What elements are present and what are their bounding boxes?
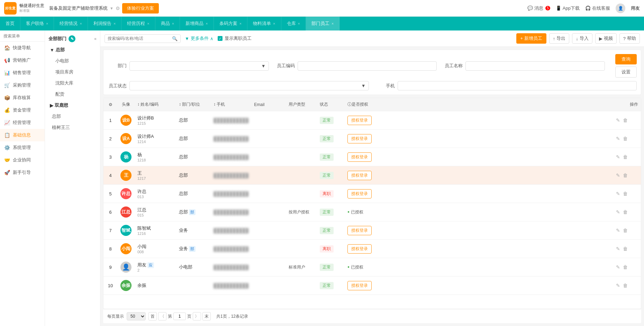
sidebar-item-purchase[interactable]: 🛒 采购管理	[0, 79, 45, 91]
delete-icon[interactable]: 🗑	[623, 136, 628, 141]
add-employee-button[interactable]: + 新增员工	[516, 33, 546, 44]
auth-button[interactable]: 授权登录	[347, 171, 372, 180]
delete-icon[interactable]: 🗑	[623, 173, 628, 178]
tab-customer[interactable]: 客户联络 ×	[20, 17, 54, 30]
tab-home[interactable]: 首页	[0, 17, 20, 30]
tab-business[interactable]: 经营情况 ×	[54, 17, 88, 30]
filter-emp-status-select[interactable]: ▼	[129, 81, 369, 90]
page-number-input[interactable]	[173, 312, 186, 320]
edit-icon[interactable]: ✎	[616, 209, 620, 215]
filter-emp-name-input[interactable]	[465, 61, 605, 71]
tab-warehouse[interactable]: 仓库 ×	[281, 17, 306, 30]
delete-icon[interactable]: 🗑	[623, 191, 628, 196]
edit-icon[interactable]: ✎	[616, 154, 620, 160]
delete-icon[interactable]: 🗑	[623, 209, 628, 215]
sidebar-item-sales[interactable]: 📊 销售管理	[0, 67, 45, 79]
tab-close-icon[interactable]: ×	[206, 21, 208, 26]
import-button[interactable]: ↓ 导入	[572, 33, 592, 44]
edit-icon[interactable]: ✎	[616, 228, 620, 233]
show-resigned-toggle[interactable]: ✓ 显示离职员工	[218, 35, 252, 42]
filter-dept-select[interactable]: ▼	[129, 61, 269, 71]
tab-barcode[interactable]: 条码方案 ×	[214, 17, 247, 30]
auth-button[interactable]: 授权登录	[347, 134, 372, 143]
delete-icon[interactable]: 🗑	[623, 117, 628, 123]
delete-icon[interactable]: 🗑	[623, 264, 628, 270]
dept-item-shenyang[interactable]: 沈阳大库	[45, 78, 100, 89]
edit-icon[interactable]: ✎	[616, 246, 620, 252]
system-title-dropdown-icon[interactable]: ▼	[110, 6, 114, 10]
edit-icon[interactable]: ✎	[616, 264, 620, 270]
delete-icon[interactable]: 🗑	[623, 246, 628, 252]
dept-collapse-icon[interactable]: «	[94, 36, 97, 41]
auth-button[interactable]: 授权登录	[347, 226, 372, 235]
dept-group-shuanglu[interactable]: ▶ 双鹿想	[45, 100, 100, 111]
sidebar-item-inventory[interactable]: 📦 库存核算	[0, 91, 45, 104]
auth-button[interactable]: 授权登录	[347, 152, 372, 162]
sidebar-item-collab[interactable]: 🤝 企业协同	[0, 154, 45, 166]
app-download-item[interactable]: 📱 App下载	[556, 5, 580, 11]
tab-add-product[interactable]: 新增商品 ×	[180, 17, 214, 30]
tab-bom[interactable]: 物料清单 ×	[247, 17, 281, 30]
delete-icon[interactable]: 🗑	[623, 283, 628, 288]
sidebar-item-system[interactable]: ⚙️ 系统管理	[0, 141, 45, 154]
filter-phone-input[interactable]	[398, 81, 637, 90]
sidebar-item-basic-info[interactable]: 📋 基础信息	[0, 129, 45, 141]
last-page-btn[interactable]: 末	[202, 312, 211, 320]
dept-item-xiaodian[interactable]: 小电部	[45, 55, 100, 67]
dept-item-zhishu[interactable]: 植树王三	[45, 122, 100, 133]
edit-icon[interactable]: ✎	[616, 117, 620, 123]
tab-close-icon[interactable]: ×	[46, 21, 48, 26]
delete-icon[interactable]: 🗑	[623, 154, 628, 160]
edit-icon[interactable]: ✎	[616, 173, 620, 178]
auth-button[interactable]: 授权登录	[347, 281, 372, 290]
col-phone-header[interactable]: ↕ 手机	[211, 98, 251, 111]
settings-button[interactable]: 设置	[615, 67, 637, 78]
col-name-header[interactable]: ↕ 姓名/编码	[135, 98, 176, 111]
sidebar-item-operation[interactable]: 📈 经营管理	[0, 116, 45, 129]
dept-item-project[interactable]: 项目库房	[45, 67, 100, 78]
video-button[interactable]: ▶ 视频	[595, 33, 617, 44]
help-button[interactable]: ? 帮助	[619, 33, 640, 44]
query-button[interactable]: 查询	[615, 54, 637, 64]
user-avatar[interactable]: 👤	[616, 3, 625, 13]
tab-close-icon[interactable]: ×	[80, 21, 82, 26]
sidebar-item-guide[interactable]: 🚀 新手引导	[0, 166, 45, 179]
dept-group-zongbu[interactable]: ▼ 总部	[45, 44, 100, 55]
tab-history[interactable]: 经营历程 ×	[121, 17, 155, 30]
edit-icon[interactable]: ✎	[616, 283, 620, 288]
sidebar-item-marketing[interactable]: 📢 营销推广	[0, 54, 45, 67]
show-resigned-checkbox[interactable]: ✓	[218, 36, 223, 41]
sidebar-item-finance[interactable]: 💰 资金管理	[0, 104, 45, 116]
edit-icon[interactable]: ✎	[616, 191, 620, 196]
col-settings[interactable]: ⚙	[103, 98, 117, 111]
auth-button[interactable]: 授权登录	[347, 244, 372, 254]
dept-item-peihuo[interactable]: 配货	[45, 89, 100, 100]
sidebar-search-input[interactable]	[3, 34, 45, 38]
edit-icon[interactable]: ✎	[616, 136, 620, 141]
search-input[interactable]	[108, 36, 170, 41]
tab-close-icon[interactable]: ×	[172, 21, 174, 26]
tab-dept-employee[interactable]: 部门员工 ×	[306, 17, 339, 30]
tab-product[interactable]: 商品 ×	[155, 17, 180, 30]
auth-button[interactable]: 授权登录	[347, 189, 372, 199]
trial-button[interactable]: 体验行业方案	[122, 3, 159, 14]
page-size-select[interactable]: 50 20 100	[127, 312, 146, 320]
export-button[interactable]: ↑ 导出	[549, 33, 570, 44]
tab-close-active-icon[interactable]: ×	[332, 21, 334, 26]
auth-button[interactable]: 授权登录	[347, 116, 372, 125]
dept-item-zongbu[interactable]: 总部	[45, 111, 100, 122]
online-service-item[interactable]: 🎧 在线客服	[585, 5, 610, 11]
filter-emp-code-input[interactable]	[298, 61, 437, 71]
next-page-btn[interactable]: 〉	[193, 312, 201, 320]
tab-close-icon[interactable]: ×	[239, 21, 242, 26]
first-page-btn[interactable]: 首	[148, 312, 157, 320]
tab-close-icon[interactable]: ×	[114, 21, 116, 26]
tab-close-icon[interactable]: ×	[298, 21, 300, 26]
delete-icon[interactable]: 🗑	[623, 228, 628, 233]
tab-close-icon[interactable]: ×	[147, 21, 149, 26]
tab-close-icon[interactable]: ×	[273, 21, 275, 26]
message-item[interactable]: 💬 消息 5	[527, 5, 550, 11]
prev-page-btn[interactable]: 〈	[158, 312, 166, 320]
tab-profit[interactable]: 利润报告 ×	[88, 17, 121, 30]
settings-icon[interactable]: ⚙	[116, 6, 120, 11]
